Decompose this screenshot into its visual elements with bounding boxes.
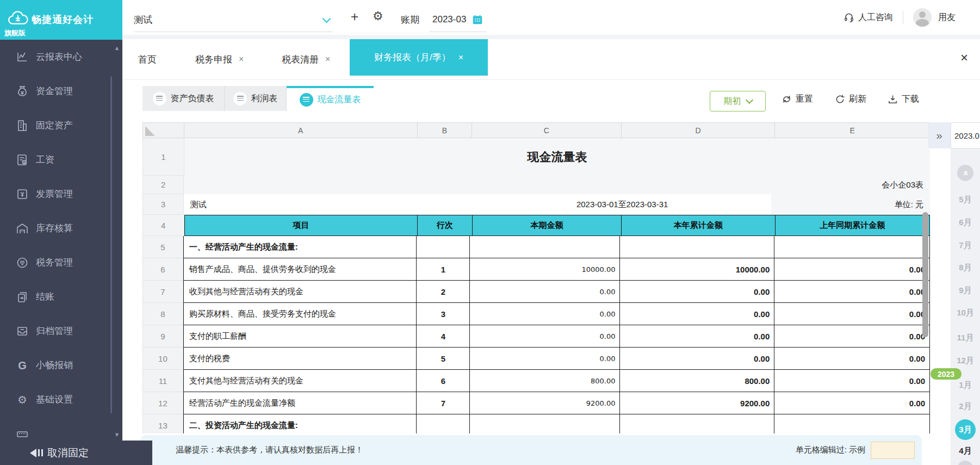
month-mar-active[interactable]: 3月 xyxy=(955,419,976,440)
row-number[interactable]: 12 xyxy=(142,392,183,414)
cell-item[interactable]: 购买原材料、商品、接受劳务支付的现金 xyxy=(183,303,417,325)
column-header-b[interactable]: B xyxy=(418,122,473,138)
row-number[interactable]: 9 xyxy=(142,325,183,348)
cell-prior[interactable]: 0.00 xyxy=(774,370,930,392)
opening-balance-dropdown[interactable]: 期初 xyxy=(710,91,766,111)
tab-tax-filing[interactable]: 税务申报 × xyxy=(195,39,244,79)
rail-scroll-down-button[interactable] xyxy=(957,461,973,465)
cell-line[interactable]: 5 xyxy=(417,348,470,370)
sidebar-item-archive[interactable]: 归档管理 xyxy=(0,314,122,348)
column-header-d[interactable]: D xyxy=(622,122,776,138)
cell-prior[interactable]: 0.00 xyxy=(774,281,930,303)
company-name[interactable]: 测试 xyxy=(184,194,420,215)
column-header-c[interactable]: C xyxy=(472,122,622,138)
tab-financial-reports-active[interactable]: 财务报表（月/季） × xyxy=(350,39,488,76)
tab-tax-register[interactable]: 税表清册 × xyxy=(282,39,330,79)
cell-item[interactable]: 支付的税费 xyxy=(183,348,417,370)
header-line[interactable]: 行次 xyxy=(418,215,472,236)
sidebar-item-invoices[interactable]: 发票管理 xyxy=(0,177,122,211)
close-all-icon[interactable]: × xyxy=(960,51,968,64)
cell-ytd[interactable]: 800.00 xyxy=(620,370,774,392)
cell-line[interactable] xyxy=(417,236,470,258)
cell-ytd[interactable]: 0.00 xyxy=(620,281,774,303)
user-name[interactable]: 用友 xyxy=(938,12,956,23)
month-feb[interactable]: 2月 xyxy=(951,401,980,412)
cell-prior[interactable]: 0.00 xyxy=(774,348,930,370)
cell-prior[interactable]: 0.00 xyxy=(774,258,930,281)
row-number[interactable]: 7 xyxy=(142,281,183,303)
column-header-e[interactable]: E xyxy=(775,122,930,138)
support-link[interactable]: 人工咨询 xyxy=(843,12,893,23)
header-prior[interactable]: 上年同期累计金额 xyxy=(776,215,930,236)
cell-item[interactable]: 一、经营活动产生的现金流量: xyxy=(183,236,417,258)
sidebar-item-settings[interactable]: ⚙ 基础设置 xyxy=(0,382,122,417)
empty-cell[interactable] xyxy=(420,194,473,215)
cell-ytd[interactable]: 0.00 xyxy=(620,325,774,348)
header-ytd[interactable]: 本年累计金额 xyxy=(622,215,775,236)
subtab-cash-flow-active[interactable]: 现金流量表 xyxy=(287,86,374,111)
sheet-scrollbar[interactable] xyxy=(922,212,928,337)
cell-prior[interactable] xyxy=(774,236,930,258)
column-header-a[interactable]: A xyxy=(184,122,418,138)
cell-current[interactable]: 800.00 xyxy=(470,370,620,392)
cell-ytd[interactable] xyxy=(620,236,774,258)
cell-ytd[interactable]: 0.00 xyxy=(620,303,774,325)
cell-item[interactable]: 二、投资活动产生的现金流量: xyxy=(183,414,417,433)
tab-close-icon[interactable]: × xyxy=(325,55,330,64)
row-number[interactable]: 2 xyxy=(142,176,184,194)
month-apr-current[interactable]: 4月 xyxy=(951,446,980,456)
cell-line[interactable]: 1 xyxy=(417,258,470,281)
month-dec[interactable]: 12月 xyxy=(951,356,980,366)
settings-gear-button[interactable]: ⚙ xyxy=(373,10,383,22)
row-number[interactable]: 3 xyxy=(142,194,184,215)
subtab-income-statement[interactable]: 利润表 xyxy=(225,86,287,111)
cell-ytd[interactable]: 10000.00 xyxy=(620,258,774,281)
form-code[interactable]: 会小企03表 xyxy=(184,176,930,194)
org-selector[interactable]: 测试 xyxy=(134,8,333,32)
cell-line[interactable]: 7 xyxy=(417,392,470,414)
tab-home[interactable]: 首页 xyxy=(138,39,157,79)
cell-line[interactable]: 3 xyxy=(417,303,470,325)
sidebar-item-fixed-assets[interactable]: 固定资产 xyxy=(0,108,122,142)
sidebar-item-tax[interactable]: 税务管理 xyxy=(0,245,122,280)
cell-current[interactable] xyxy=(470,236,620,258)
row-number[interactable]: 8 xyxy=(142,303,183,325)
cell-current[interactable]: 9200.00 xyxy=(470,392,620,414)
month-sep[interactable]: 9月 xyxy=(951,286,980,296)
cell-current[interactable]: 0.00 xyxy=(470,348,620,370)
cell-ytd[interactable] xyxy=(620,414,774,433)
month-oct[interactable]: 10月 xyxy=(951,308,980,318)
cell-line[interactable] xyxy=(417,414,470,433)
row-number[interactable]: 13 xyxy=(142,414,183,433)
cell-current[interactable]: 0.00 xyxy=(470,281,620,303)
sidebar-item-inventory[interactable]: 库存核算 xyxy=(0,211,122,245)
month-jan[interactable]: 1月 xyxy=(951,380,980,390)
add-button[interactable]: ＋ xyxy=(348,10,361,23)
rail-scroll-up-button[interactable]: » xyxy=(957,165,973,181)
cell-item[interactable]: 支付其他与经营活动有关的现金 xyxy=(183,370,417,392)
header-item[interactable]: 项目 xyxy=(184,215,418,236)
sidebar-scroll-down-icon[interactable]: ▼ xyxy=(111,431,122,439)
sidebar-item-expense[interactable]: G 小畅报销 xyxy=(0,348,122,382)
sidebar-item-payroll[interactable]: 工资 xyxy=(0,142,122,177)
cell-current[interactable]: 10000.00 xyxy=(470,258,620,281)
cell-item[interactable]: 经营活动产生的现金流量净额 xyxy=(183,392,417,414)
cell-item[interactable]: 收到其他与经营活动有关的现金 xyxy=(183,281,417,303)
cell-current[interactable] xyxy=(470,414,620,433)
unpin-sidebar-button[interactable]: 取消固定 xyxy=(0,441,152,465)
cell-prior[interactable]: 0.00 xyxy=(774,392,930,414)
cell-item[interactable]: 销售产成品、商品、提供劳务收到的现金 xyxy=(183,258,417,281)
row-number[interactable]: 5 xyxy=(142,236,183,258)
cell-prior[interactable]: 0.00 xyxy=(774,325,930,348)
avatar[interactable] xyxy=(913,8,932,27)
month-may[interactable]: 5月 xyxy=(951,195,980,205)
cell-line[interactable]: 4 xyxy=(417,325,470,348)
month-jul[interactable]: 7月 xyxy=(951,240,980,251)
sidebar-item-cloud-reports[interactable]: 云报表中心 xyxy=(0,40,122,74)
cell-ytd[interactable]: 0.00 xyxy=(620,348,774,370)
cell-line[interactable]: 2 xyxy=(417,281,470,303)
cell-item[interactable]: 支付的职工薪酬 xyxy=(183,325,417,348)
row-number[interactable]: 4 xyxy=(142,215,184,236)
period-selector[interactable]: 2023-03 xyxy=(429,8,487,32)
tab-close-icon[interactable]: × xyxy=(239,55,244,64)
